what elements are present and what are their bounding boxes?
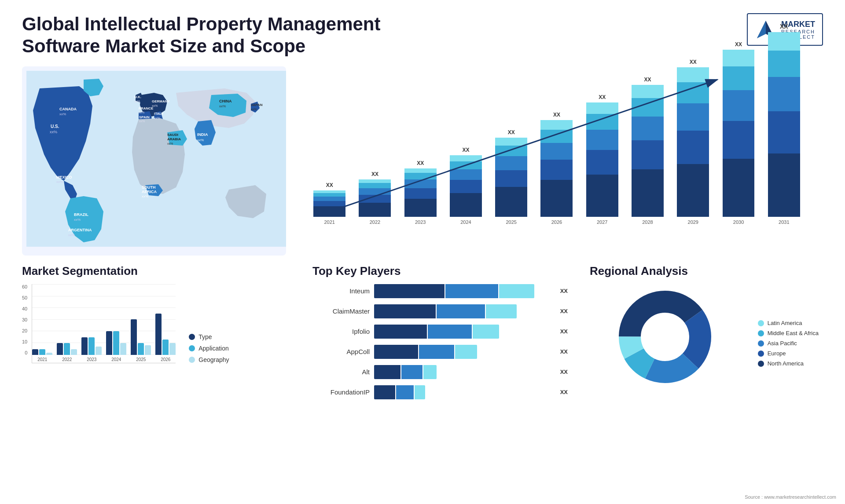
legend-mea-dot	[758, 330, 764, 336]
y-20: 20	[22, 328, 27, 333]
svg-text:U.K.: U.K.	[134, 95, 141, 99]
seg-group-2022: 2022	[57, 343, 77, 355]
bar-label-2026: XX	[553, 112, 560, 118]
player-name-claimmaster: ClaimMaster	[312, 307, 370, 315]
svg-text:SAUDI: SAUDI	[167, 133, 178, 137]
seg-app-2023	[88, 337, 95, 355]
year-2028: 2028	[642, 219, 653, 225]
seg-type-2024	[106, 331, 112, 355]
bar-2027: XX 2027	[581, 75, 624, 225]
bar-stack-2031	[768, 32, 800, 217]
bar-seg1-inteum	[374, 284, 445, 298]
seg-type-2021	[32, 349, 38, 355]
world-map-svg: U.S. xx% CANADA xx% MEXICO xx% BRAZIL xx…	[26, 71, 286, 247]
year-2025: 2025	[506, 219, 516, 225]
regional-legend: Latin America Middle East & Africa Asia …	[758, 320, 819, 367]
y-axis: 0 10 20 30 40 50 60	[22, 284, 27, 363]
bar-seg1-ip	[374, 325, 427, 339]
bar-2024: XX 2024	[445, 75, 487, 225]
svg-text:xx%: xx%	[219, 104, 226, 108]
svg-text:xx%: xx%	[139, 120, 145, 123]
legend-type: Type	[189, 333, 229, 340]
bar-stack-2029	[677, 67, 709, 217]
bar-seg1-fp	[374, 385, 395, 399]
bar-seg2-ip	[428, 325, 472, 339]
grid-50	[32, 296, 176, 296]
player-val-ac: XX	[560, 348, 568, 355]
grid-lines	[32, 284, 176, 355]
svg-text:MEXICO: MEXICO	[56, 175, 72, 179]
y-30: 30	[22, 317, 27, 322]
bar-2021: XX 2021	[308, 75, 351, 225]
bar-seg3-cm	[486, 304, 517, 318]
bars-container: XX 2021 XX	[304, 75, 810, 225]
bar-stack-2024	[450, 155, 482, 217]
bar-seg3-ac	[455, 345, 477, 359]
y-60: 60	[22, 284, 27, 289]
svg-text:xx%: xx%	[154, 117, 160, 120]
bar-seg1-ac	[374, 345, 418, 359]
growth-chart: XX 2021 XX	[295, 66, 823, 256]
player-name-inteum: Inteum	[312, 287, 370, 295]
svg-text:xx%: xx%	[56, 180, 63, 184]
seg-type-2026	[155, 314, 162, 355]
bar-label-2031: XX	[780, 23, 788, 30]
seg-group-2023: 2023	[81, 337, 102, 355]
svg-text:xx%: xx%	[68, 233, 75, 237]
key-players-section: Top Key Players Inteum XX ClaimMaster	[304, 260, 577, 410]
bar-stack-2025	[495, 138, 527, 217]
svg-text:SPAIN: SPAIN	[139, 115, 150, 119]
player-row-claimmaster: ClaimMaster XX	[312, 304, 568, 318]
svg-text:BRAZIL: BRAZIL	[74, 212, 88, 217]
seg-label-2023: 2023	[87, 357, 96, 362]
svg-text:ITALY: ITALY	[154, 112, 164, 116]
page-title: Global Intellectual Property Management …	[22, 13, 418, 58]
legend-na: North America	[758, 360, 819, 367]
map-section: U.S. xx% CANADA xx% MEXICO xx% BRAZIL xx…	[22, 66, 286, 256]
bar-stack-2023	[404, 168, 437, 217]
player-bar-appcoll	[374, 345, 553, 359]
year-2030: 2030	[733, 219, 744, 225]
svg-text:xx%: xx%	[139, 111, 144, 114]
legend-mea-label: Middle East & Africa	[768, 330, 819, 336]
player-val-fp: XX	[560, 389, 568, 395]
legend-geo: Geography	[189, 356, 229, 363]
bar-seg2-ac	[419, 345, 454, 359]
year-2026: 2026	[551, 219, 562, 225]
player-bar-claimmaster	[374, 304, 553, 318]
grid-60	[32, 284, 176, 285]
legend-app-label: Application	[198, 345, 229, 352]
legend-type-dot	[189, 334, 195, 340]
svg-text:U.S.: U.S.	[51, 124, 59, 129]
bar-2031: XX 2031	[763, 75, 805, 225]
seg-group-2024: 2024	[106, 331, 126, 355]
svg-text:SOUTH: SOUTH	[142, 185, 156, 190]
seg-geo-2024	[120, 343, 126, 355]
seg-type-2025	[131, 319, 137, 355]
page-container: Global Intellectual Property Management …	[0, 0, 845, 504]
bar-label-2022: XX	[371, 171, 378, 177]
svg-text:xx%: xx%	[251, 108, 257, 111]
grid-30	[32, 319, 176, 320]
legend-geo-dot	[189, 357, 195, 363]
legend-asia-label: Asia Pacific	[768, 340, 797, 347]
bar-2030: XX 2030	[717, 75, 760, 225]
year-2024: 2024	[460, 219, 471, 225]
seg-app-2025	[138, 343, 144, 355]
bar-seg1-cm	[374, 304, 436, 318]
player-name-alt: Alt	[312, 368, 370, 376]
seg-label-2024: 2024	[111, 357, 121, 362]
svg-point-43	[641, 313, 689, 361]
year-2027: 2027	[597, 219, 607, 225]
svg-text:CHINA: CHINA	[219, 99, 232, 103]
grid-0	[32, 354, 176, 355]
top-row: U.S. xx% CANADA xx% MEXICO xx% BRAZIL xx…	[22, 66, 823, 256]
bar-label-2024: XX	[462, 147, 469, 153]
seg-app-2026	[162, 340, 169, 355]
legend-asia-dot	[758, 340, 764, 347]
seg-label-2022: 2022	[62, 357, 72, 362]
legend-mea: Middle East & Africa	[758, 330, 819, 336]
player-val-inteum: XX	[560, 288, 568, 294]
header: Global Intellectual Property Management …	[22, 13, 823, 58]
player-bar-ipfolio	[374, 325, 553, 339]
